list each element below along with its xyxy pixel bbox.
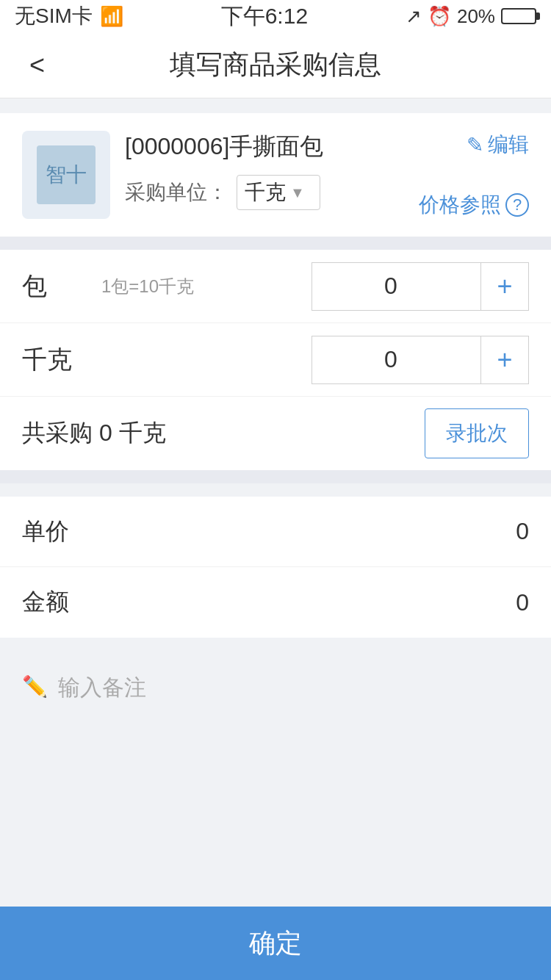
status-bar: 无SIM卡 📶 下午6:12 ↗ ⏰ 20% [0, 0, 551, 32]
unit-value: 千克 [245, 179, 286, 206]
carrier-label: 无SIM卡 [15, 2, 93, 30]
alarm-icon: ⏰ [428, 5, 451, 28]
bag-plus-button[interactable]: + [480, 262, 529, 311]
confirm-button[interactable]: 确定 [0, 907, 551, 980]
dropdown-arrow-icon: ▼ [290, 184, 305, 201]
price-ref-label: 价格参照 [419, 191, 501, 219]
plus-icon: + [497, 271, 512, 302]
product-card: 智十 [0000006]手撕面包 采购单位： 千克 ▼ ✎ 编辑 价格参照 ? [0, 113, 551, 237]
total-row: 共采购 0 千克 录批次 [0, 397, 551, 470]
kg-qty-input[interactable] [311, 336, 480, 384]
kg-plus-button[interactable]: + [480, 336, 529, 384]
bag-field-wrap: + [194, 262, 529, 311]
help-icon: ? [505, 193, 529, 217]
bag-sub-label: 1包=10千克 [101, 275, 194, 298]
kg-input-row: 千克 + [0, 323, 551, 397]
unit-label: 采购单位： [125, 179, 228, 206]
total-label: 共采购 0 千克 [22, 417, 166, 450]
record-batch-button[interactable]: 录批次 [425, 408, 529, 458]
back-button[interactable]: < [22, 43, 52, 88]
unit-price-value: 0 [516, 518, 529, 545]
bag-label: 包 [22, 270, 96, 303]
product-logo: 智十 [37, 145, 96, 204]
kg-label: 千克 [22, 343, 96, 377]
kg-plus-icon: + [497, 345, 512, 375]
amount-value: 0 [516, 589, 529, 616]
status-right: ↗ ⏰ 20% [406, 5, 536, 28]
bag-qty-input[interactable] [311, 262, 480, 311]
page-title: 填写商品采购信息 [170, 47, 381, 83]
unit-price-row: 单价 0 [0, 497, 551, 567]
logo-text: 智十 [46, 161, 87, 189]
location-icon: ↗ [406, 5, 422, 28]
status-left: 无SIM卡 📶 [15, 2, 123, 30]
notes-section[interactable]: ✏️ 输入备注 [0, 651, 551, 739]
bag-input-section: 包 1包=10千克 + [0, 250, 551, 323]
status-time: 下午6:12 [221, 1, 308, 32]
battery-percent: 20% [457, 5, 495, 28]
edit-label: 编辑 [488, 131, 529, 159]
pencil-icon: ✏️ [22, 674, 48, 699]
unit-price-label: 单价 [22, 516, 69, 548]
unit-selector[interactable]: 千克 ▼ [237, 175, 320, 210]
kg-input-section: 千克 + [0, 323, 551, 397]
divider-1 [0, 237, 551, 250]
product-image: 智十 [22, 131, 110, 219]
amount-row: 金额 0 [0, 567, 551, 638]
price-reference-button[interactable]: 价格参照 ? [419, 191, 529, 219]
edit-icon: ✎ [467, 133, 483, 157]
nav-bar: < 填写商品采购信息 [0, 32, 551, 98]
battery-icon [501, 8, 536, 24]
divider-2 [0, 470, 551, 483]
edit-button[interactable]: ✎ 编辑 [467, 131, 529, 159]
amount-label: 金额 [22, 586, 69, 619]
wifi-icon: 📶 [100, 5, 123, 28]
price-section: 单价 0 金额 0 [0, 497, 551, 638]
kg-field-wrap: + [96, 336, 529, 384]
bag-input-row: 包 1包=10千克 + [0, 250, 551, 323]
notes-placeholder: 输入备注 [58, 673, 146, 703]
